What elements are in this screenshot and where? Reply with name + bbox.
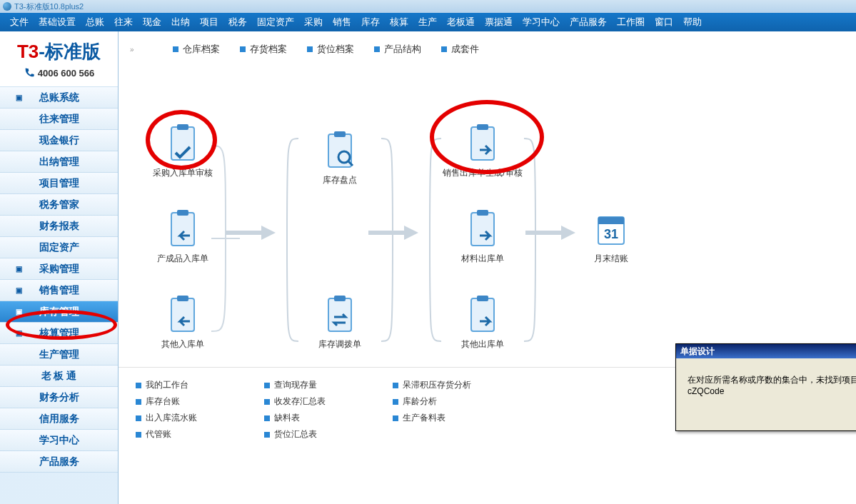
sidebar-item[interactable]: ▣总账系统 xyxy=(0,87,118,109)
menu-item[interactable]: 总账 xyxy=(86,16,104,29)
arrow-icon xyxy=(368,224,418,241)
menu-item[interactable]: 产品服务 xyxy=(570,16,607,29)
tab[interactable]: 仓库档案 xyxy=(173,43,220,56)
tab[interactable]: 成套件 xyxy=(441,43,479,56)
link[interactable]: 呆滞积压存货分析 xyxy=(393,379,507,391)
clipboard-out-icon xyxy=(465,296,500,334)
menu-item[interactable]: 库存 xyxy=(361,16,380,29)
sidebar-item-inventory[interactable]: ▣库存管理 xyxy=(0,301,118,323)
sidebar-item[interactable]: 固定资产 xyxy=(0,237,118,258)
link[interactable]: 货位汇总表 xyxy=(264,428,350,440)
menu-item[interactable]: 现金 xyxy=(143,16,161,29)
logo-text: T3-标准版 xyxy=(17,39,101,64)
clipboard-out-icon xyxy=(465,210,500,248)
sidebar-item[interactable]: 生产管理 xyxy=(0,344,118,366)
svg-rect-15 xyxy=(171,298,194,331)
bracket-right-open xyxy=(424,128,441,351)
sidebar-item[interactable]: 税务管家 xyxy=(0,194,118,216)
svg-rect-8 xyxy=(171,213,194,246)
main-content: » 仓库档案 存货档案 货位档案 产品结构 成套件 采购入库单审核 库存盘点 销… xyxy=(119,31,856,504)
dialog-title: 单据设计 xyxy=(680,346,715,358)
menu-item[interactable]: 文件 xyxy=(10,16,29,29)
tab-bar: » 仓库档案 存货档案 货位档案 产品结构 成套件 xyxy=(119,31,856,67)
menu-item[interactable]: 往来 xyxy=(114,16,133,29)
workflow-diagram: 采购入库单审核 库存盘点 销售出库单生成/审核 产成品入库单 材料出库单 31 xyxy=(119,89,856,367)
svg-rect-3 xyxy=(334,131,346,137)
tab[interactable]: 存货档案 xyxy=(240,43,287,56)
menu-item[interactable]: 票据通 xyxy=(485,16,513,29)
link[interactable]: 出入库流水账 xyxy=(136,412,221,424)
menu-item[interactable]: 项目 xyxy=(200,16,218,29)
sidebar-item[interactable]: 出纳管理 xyxy=(0,151,118,173)
sidebar-item[interactable]: 财务分析 xyxy=(0,387,118,408)
flow-inventory-check[interactable]: 库存盘点 xyxy=(297,131,383,186)
sidebar-item[interactable]: 项目管理 xyxy=(0,173,118,194)
phone-icon xyxy=(24,67,35,79)
menu-item[interactable]: 窗口 xyxy=(655,16,673,29)
sidebar-item[interactable]: ▣核算管理 xyxy=(0,323,118,344)
link[interactable]: 我的工作台 xyxy=(136,379,221,391)
tab[interactable]: 产品结构 xyxy=(374,43,421,56)
menu-item[interactable]: 税务 xyxy=(228,16,247,29)
bracket-center-open xyxy=(281,128,298,351)
sidebar-item[interactable]: 学习中心 xyxy=(0,430,118,451)
error-dialog: 单据设计 ✕ 在对应所需名称或序数的集合中，未找到项目。---cZQCode 确… xyxy=(675,343,856,431)
sidebar-item[interactable]: 产品服务 xyxy=(0,451,118,473)
menu-item[interactable]: 工作圈 xyxy=(617,16,645,29)
svg-rect-18 xyxy=(334,296,346,301)
link[interactable]: 缺料表 xyxy=(264,412,350,424)
menu-item[interactable]: 生产 xyxy=(418,16,437,29)
window-titlebar: T3-标准版10.8plus2 xyxy=(0,0,856,13)
menu-item[interactable]: 学习中心 xyxy=(523,16,560,29)
flow-month-end[interactable]: 31 月末结账 xyxy=(568,210,654,265)
flow-transfer[interactable]: 库存调拨单 xyxy=(297,296,383,351)
dialog-message: 在对应所需名称或序数的集合中，未找到项目。---cZQCode xyxy=(676,358,856,403)
menu-item[interactable]: 老板通 xyxy=(447,16,475,29)
sidebar-item[interactable]: 往来管理 xyxy=(0,109,118,130)
link[interactable]: 库存台账 xyxy=(136,395,221,408)
chevron-right-icon: » xyxy=(130,46,136,54)
calendar-icon: 31 xyxy=(594,210,628,248)
sidebar-item[interactable]: ▣采购管理 xyxy=(0,258,118,280)
tab[interactable]: 货位档案 xyxy=(307,43,354,56)
menu-bar: 文件 基础设置 总账 往来 现金 出纳 项目 税务 固定资产 采购 销售 库存 … xyxy=(0,13,856,31)
menu-item[interactable]: 基础设置 xyxy=(39,16,76,29)
flow-material-out[interactable]: 材料出库单 xyxy=(440,210,525,265)
svg-rect-20 xyxy=(477,296,488,301)
nav: ▣总账系统 往来管理 现金银行 出纳管理 项目管理 税务管家 财务报表 固定资产… xyxy=(0,87,118,504)
link[interactable]: 查询现存量 xyxy=(264,379,350,391)
menu-item[interactable]: 销售 xyxy=(333,16,351,29)
svg-rect-6 xyxy=(471,127,494,160)
svg-rect-13 xyxy=(598,217,624,224)
clipboard-icon xyxy=(323,131,357,170)
menu-item[interactable]: 帮助 xyxy=(683,16,702,29)
menu-item[interactable]: 采购 xyxy=(304,16,323,29)
clipboard-out-icon xyxy=(465,124,500,163)
sidebar: T3-标准版 4006 600 566 ▣总账系统 往来管理 现金银行 出纳管理… xyxy=(0,31,119,504)
link[interactable]: 收发存汇总表 xyxy=(264,395,350,408)
dialog-titlebar[interactable]: 单据设计 ✕ xyxy=(676,344,856,358)
link[interactable]: 代管账 xyxy=(136,428,221,440)
sidebar-item[interactable]: 老 板 通 xyxy=(0,366,118,387)
flow-other-out[interactable]: 其他出库单 xyxy=(440,296,525,351)
link[interactable]: 库龄分析 xyxy=(393,395,507,408)
flow-sales-out-audit[interactable]: 销售出库单生成/审核 xyxy=(440,124,525,179)
menu-item[interactable]: 出纳 xyxy=(171,16,190,29)
svg-rect-16 xyxy=(177,296,188,301)
phone-number: 4006 600 566 xyxy=(38,68,95,79)
menu-item[interactable]: 核算 xyxy=(390,16,408,29)
sidebar-item[interactable]: 信用服务 xyxy=(0,408,118,430)
svg-rect-11 xyxy=(477,210,488,216)
sidebar-item[interactable]: ▣销售管理 xyxy=(0,280,118,301)
menu-item[interactable]: 固定资产 xyxy=(257,16,294,29)
clipboard-transfer-icon xyxy=(323,296,357,334)
clipboard-icon xyxy=(166,124,200,163)
arrow-icon xyxy=(525,224,575,241)
svg-rect-19 xyxy=(471,298,494,331)
svg-rect-7 xyxy=(477,124,488,130)
sidebar-item[interactable]: 现金银行 xyxy=(0,130,118,151)
logo-box: T3-标准版 4006 600 566 xyxy=(0,31,118,87)
link[interactable]: 生产备料表 xyxy=(393,412,507,424)
app-icon xyxy=(3,2,11,11)
sidebar-item[interactable]: 财务报表 xyxy=(0,216,118,237)
